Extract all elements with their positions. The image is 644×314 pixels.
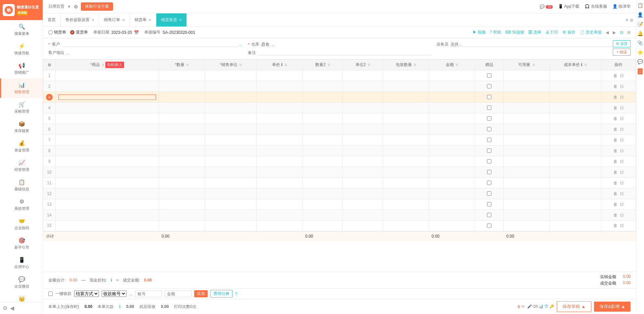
row-cost-15[interactable] — [549, 221, 601, 231]
row-qty-9[interactable] — [159, 156, 205, 167]
copy-icon-15[interactable]: ⊡ — [620, 223, 624, 228]
sidebar-item-search[interactable]: 🔍 搜索菜单 — [0, 20, 43, 40]
staff-input[interactable] — [450, 42, 625, 47]
tool2-icon[interactable]: · — [526, 304, 527, 309]
delete-icon-11[interactable]: 🗑 — [613, 181, 618, 185]
row-unit-10[interactable] — [205, 167, 257, 178]
tab-sales[interactable]: 销货单 ✕ — [130, 13, 156, 26]
row-unit2-5[interactable] — [343, 113, 383, 124]
toolbar-prev-icon[interactable]: ◀ — [606, 30, 609, 35]
save-draft-dropdown-icon[interactable]: ▲ — [581, 304, 586, 309]
sidebar-item-wechat[interactable]: 💬 企业微信 — [0, 273, 43, 292]
sidebar-item-member[interactable]: 👑 畅会员 — [0, 292, 43, 302]
row-price-4[interactable] — [257, 103, 303, 113]
logistics-button[interactable]: + 物流 — [613, 49, 631, 56]
tab-sales-order-close[interactable]: ✕ — [122, 18, 125, 22]
row-qty2-2[interactable] — [303, 81, 343, 92]
delete-icon-6[interactable]: 🗑 — [613, 127, 618, 132]
row-unit2-14[interactable] — [343, 210, 383, 221]
row-price-1[interactable] — [257, 70, 303, 81]
row-price-8[interactable] — [257, 145, 303, 156]
row-amount-13[interactable] — [429, 199, 475, 210]
account-input[interactable] — [135, 291, 162, 297]
row-qty-2[interactable] — [159, 81, 205, 92]
save-new-dropdown-icon[interactable]: ▲ — [621, 304, 625, 309]
row-cost-5[interactable] — [549, 113, 601, 124]
app-download-link[interactable]: 📱 App下载 — [558, 4, 579, 9]
experience-button[interactable]: 体验行业方案 — [81, 2, 113, 11]
row-unit-7[interactable] — [205, 135, 257, 145]
sidebar-item-marketing[interactable]: 📢 营销推广 — [0, 59, 43, 78]
settlement-select[interactable]: 结算方式 — [74, 291, 99, 297]
row-pkg-4[interactable] — [383, 103, 429, 113]
row-amount-8[interactable] — [429, 145, 475, 156]
sort-cost-icon[interactable]: ⇅ — [584, 63, 587, 67]
payment-help-icon[interactable]: ? — [235, 292, 237, 296]
row-pkg-10[interactable] — [383, 167, 429, 178]
sort-unit2-icon[interactable]: ⇅ — [368, 63, 370, 67]
tool4-icon[interactable]: ⌨ — [533, 304, 538, 309]
copy-icon-10[interactable]: ⊡ — [620, 170, 624, 175]
sort-product-icon[interactable]: ⇅ — [102, 63, 104, 67]
right-icon-2[interactable]: 👤 — [637, 12, 643, 17]
row-price-9[interactable] — [257, 156, 303, 167]
row-qty2-14[interactable] — [303, 210, 343, 221]
tab-sales-order[interactable]: 销售订单 ✕ — [99, 13, 130, 26]
row-amount-11[interactable] — [429, 178, 475, 188]
radio-return-input[interactable] — [70, 30, 74, 35]
close-all-icon[interactable]: ✕ — [625, 18, 629, 22]
row-price-2[interactable] — [257, 81, 303, 92]
gift-checkbox-6[interactable] — [487, 127, 491, 131]
tab-sales-return-close[interactable]: ✕ — [179, 18, 182, 22]
copy-icon-3[interactable]: ⊡ — [620, 95, 624, 100]
row-qty2-13[interactable] — [303, 199, 343, 210]
delete-icon-10[interactable]: 🗑 — [613, 170, 618, 175]
row-cost-9[interactable] — [549, 156, 601, 167]
copy-icon-2[interactable]: ⊡ — [620, 84, 624, 89]
row-cost-11[interactable] — [549, 178, 601, 188]
row-available-9[interactable] — [503, 156, 549, 167]
row-cost-8[interactable] — [549, 145, 601, 156]
row-amount-3[interactable] — [429, 92, 475, 103]
gift-checkbox-8[interactable] — [487, 148, 491, 153]
row-available-8[interactable] — [503, 145, 549, 156]
copy-icon-5[interactable]: ⊡ — [620, 116, 624, 121]
user-avatar[interactable]: 👤 徐泽华 — [612, 4, 631, 9]
row-pkg-1[interactable] — [383, 70, 429, 81]
gift-checkbox-3[interactable] — [487, 95, 491, 99]
copy-icon-9[interactable]: ⊡ — [620, 159, 624, 164]
row-unit2-4[interactable] — [343, 103, 383, 113]
row-qty-6[interactable] — [159, 124, 205, 135]
row-unit-12[interactable] — [205, 188, 257, 199]
row-amount-14[interactable] — [429, 210, 475, 221]
sidebar-item-basic[interactable]: 📋 基础信息 — [0, 176, 43, 195]
row-unit-13[interactable] — [205, 199, 257, 210]
row-product-11[interactable] — [56, 178, 159, 188]
row-cost-4[interactable] — [549, 103, 601, 113]
save-draft-button[interactable]: 保存草稿 ▲ — [557, 301, 591, 312]
row-product-15[interactable] — [56, 221, 159, 231]
tab-price-extract[interactable]: 售价提取设置 ✕ — [61, 13, 99, 26]
right-icon-7[interactable]: 💬 — [637, 59, 643, 64]
sidebar-item-operations[interactable]: 📈 经营管理 — [0, 156, 43, 176]
sort-unit-icon[interactable]: ⇅ — [239, 63, 242, 67]
tab-sales-return[interactable]: 销货退货 ✕ — [156, 13, 187, 26]
row-amount-5[interactable] — [429, 113, 475, 124]
tool3-icon[interactable]: 🎤 — [527, 304, 532, 309]
account-select[interactable]: 收款账号 — [102, 291, 126, 297]
row-qty-8[interactable] — [159, 145, 205, 156]
row-pkg-15[interactable] — [383, 221, 429, 231]
delete-icon-8[interactable]: 🗑 — [613, 148, 618, 153]
row-cost-12[interactable] — [549, 188, 601, 199]
delete-icon-14[interactable]: 🗑 — [613, 213, 618, 217]
tab-sales-close[interactable]: ✕ — [149, 18, 151, 22]
row-available-2[interactable] — [503, 81, 549, 92]
row-available-5[interactable] — [503, 113, 549, 124]
row-price-12[interactable] — [257, 188, 303, 199]
row-available-3[interactable] — [503, 92, 549, 103]
fenyong-button[interactable]: 费用分摊 — [210, 290, 232, 298]
row-qty-14[interactable] — [159, 210, 205, 221]
row-cost-10[interactable] — [549, 167, 601, 178]
row-qty2-15[interactable] — [303, 221, 343, 231]
row-qty-3[interactable] — [159, 92, 205, 103]
